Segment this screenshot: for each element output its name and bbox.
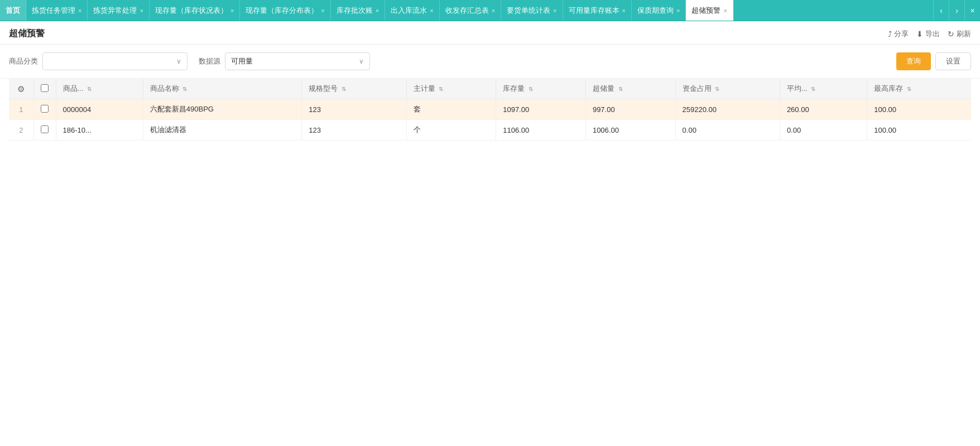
query-button[interactable]: 查询 bbox=[896, 52, 931, 70]
nav-close-icon[interactable]: × bbox=[723, 7, 727, 14]
unit-cell: 个 bbox=[406, 120, 496, 140]
nav-label: 出入库流水 bbox=[391, 6, 427, 16]
sort-icon: ⇅ bbox=[811, 86, 815, 92]
col-avg-header[interactable]: 平均... ⇅ bbox=[780, 79, 867, 99]
nav-left-arrow[interactable]: ‹ bbox=[933, 0, 949, 21]
nav-right-arrow[interactable]: › bbox=[949, 0, 964, 21]
avg-cell: 0.00 bbox=[780, 120, 867, 140]
col-capital-header[interactable]: 资金占用 ⇅ bbox=[675, 79, 780, 99]
nav-close-icon[interactable]: × bbox=[230, 7, 234, 14]
header-actions: ⤴ 分享 ⬇ 导出 ↻ 刷新 bbox=[888, 29, 971, 39]
nav-item-overstock[interactable]: 超储预警 × bbox=[686, 0, 733, 21]
product-name-cell: 六配套新昌490BPG bbox=[143, 99, 301, 120]
sort-icon: ⇅ bbox=[342, 86, 346, 92]
nav-item-collect[interactable]: 收发存汇总表 × bbox=[440, 0, 501, 21]
export-label: 导出 bbox=[925, 29, 940, 39]
col-header-label: 商品名称 bbox=[150, 84, 179, 93]
nav-item-abnormal[interactable]: 拣货异常处理 × bbox=[88, 0, 149, 21]
chevron-down-icon: ∨ bbox=[359, 57, 364, 65]
nav-close-icon[interactable]: × bbox=[622, 7, 626, 14]
nav-item-stock-status[interactable]: 现存量（库存状况表） × bbox=[150, 0, 240, 21]
col-unit-header[interactable]: 主计量 ⇅ bbox=[406, 79, 496, 99]
nav-label: 保质期查询 bbox=[637, 6, 674, 16]
sort-icon: ⇅ bbox=[439, 86, 443, 92]
export-button[interactable]: ⬇ 导出 bbox=[916, 29, 940, 39]
spec-cell: 123 bbox=[302, 99, 406, 120]
col-header-label: 商品... bbox=[63, 84, 84, 93]
filter-actions: 查询 设置 bbox=[896, 52, 971, 70]
overstock-cell: 1006.00 bbox=[585, 120, 675, 140]
nav-item-home[interactable]: 首页 bbox=[0, 0, 26, 21]
col-header-label: 主计量 bbox=[414, 84, 435, 93]
sort-icon: ⇅ bbox=[182, 86, 187, 92]
datasource-filter-group: 数据源 可用量 ∨ bbox=[199, 52, 370, 70]
nav-close-icon[interactable]: × bbox=[676, 7, 680, 14]
nav-home-label: 首页 bbox=[6, 6, 20, 16]
refresh-button[interactable]: ↻ 刷新 bbox=[948, 29, 971, 39]
page-content: 超储预警 ⤴ 分享 ⬇ 导出 ↻ 刷新 商品分类 ∨ 数据源 bbox=[0, 21, 980, 446]
nav-label: 现存量（库存分布表） bbox=[246, 6, 318, 16]
sort-icon: ⇅ bbox=[715, 86, 719, 92]
col-max-stock-header[interactable]: 最高库存 ⇅ bbox=[867, 79, 971, 99]
col-product-name-header[interactable]: 商品名称 ⇅ bbox=[143, 79, 301, 99]
refresh-label: 刷新 bbox=[957, 29, 971, 39]
page-title: 超储预警 bbox=[9, 28, 45, 40]
max-stock-cell: 100.00 bbox=[867, 120, 971, 140]
product-name-cell: 机油滤清器 bbox=[143, 120, 301, 140]
col-header-label: 平均... bbox=[787, 84, 808, 93]
product-code-cell: 186-10... bbox=[56, 120, 143, 140]
row-number: 2 bbox=[9, 120, 33, 140]
nav-close-icon[interactable]: × bbox=[376, 7, 379, 14]
nav-item-available[interactable]: 可用量库存账本 × bbox=[563, 0, 632, 21]
col-checkbox-header bbox=[33, 79, 56, 99]
filter-area: 商品分类 ∨ 数据源 可用量 ∨ 查询 设置 bbox=[0, 45, 980, 79]
row-checkbox-cell bbox=[33, 99, 56, 120]
product-code-cell: 0000004 bbox=[56, 99, 143, 120]
nav-item-inout[interactable]: 出入库流水 × bbox=[385, 0, 439, 21]
nav-label: 收发存汇总表 bbox=[445, 6, 489, 16]
settings-button[interactable]: 设置 bbox=[935, 52, 971, 70]
col-spec-header[interactable]: 规格型号 ⇅ bbox=[302, 79, 406, 99]
top-navigation: 首页 拣货任务管理 × 拣货异常处理 × 现存量（库存状况表） × 现存量（库存… bbox=[0, 0, 980, 21]
overstock-cell: 997.00 bbox=[585, 99, 675, 120]
col-overstock-header[interactable]: 超储量 ⇅ bbox=[585, 79, 675, 99]
stock-cell: 1106.00 bbox=[496, 120, 586, 140]
sort-icon: ⇅ bbox=[618, 86, 623, 92]
row-checkbox[interactable] bbox=[41, 125, 49, 133]
nav-item-order-stat[interactable]: 要货单统计表 × bbox=[501, 0, 563, 21]
datasource-select[interactable]: 可用量 ∨ bbox=[225, 52, 370, 70]
gear-icon[interactable]: ⚙ bbox=[17, 84, 26, 93]
capital-cell: 259220.00 bbox=[675, 99, 780, 120]
category-label: 商品分类 bbox=[9, 56, 38, 66]
category-select[interactable]: ∨ bbox=[42, 52, 188, 70]
col-stock-header[interactable]: 库存量 ⇅ bbox=[496, 79, 586, 99]
nav-item-task-mgmt[interactable]: 拣货任务管理 × bbox=[26, 0, 88, 21]
refresh-icon: ↻ bbox=[948, 30, 954, 38]
col-header-label: 资金占用 bbox=[683, 84, 712, 93]
unit-cell: 套 bbox=[406, 99, 496, 120]
nav-close-icon[interactable]: × bbox=[321, 7, 324, 14]
datasource-label: 数据源 bbox=[199, 56, 220, 66]
select-all-checkbox[interactable] bbox=[41, 84, 49, 92]
sort-icon: ⇅ bbox=[907, 86, 911, 92]
nav-close-icon[interactable]: × bbox=[78, 7, 81, 14]
nav-close-icon[interactable]: × bbox=[492, 7, 495, 14]
nav-more-arrow[interactable]: × bbox=[964, 0, 980, 21]
nav-close-icon[interactable]: × bbox=[140, 7, 143, 14]
row-checkbox[interactable] bbox=[41, 105, 49, 113]
col-product-code-header[interactable]: 商品... ⇅ bbox=[56, 79, 143, 99]
table-row: 1 0000004 六配套新昌490BPG 123 套 1097.00 997.… bbox=[9, 99, 971, 120]
share-button[interactable]: ⤴ 分享 bbox=[888, 29, 909, 39]
nav-item-quality[interactable]: 保质期查询 × bbox=[632, 0, 686, 21]
nav-item-batch[interactable]: 库存批次账 × bbox=[331, 0, 385, 21]
col-header-label: 规格型号 bbox=[309, 84, 338, 93]
share-icon: ⤴ bbox=[888, 30, 892, 38]
chevron-down-icon: ∨ bbox=[176, 57, 181, 65]
table-container: ⚙ 商品... ⇅ 商品名称 ⇅ 规格型号 ⇅ bbox=[0, 79, 980, 140]
nav-label: 要货单统计表 bbox=[507, 6, 550, 16]
nav-item-stock-dist[interactable]: 现存量（库存分布表） × bbox=[240, 0, 330, 21]
nav-close-icon[interactable]: × bbox=[553, 7, 556, 14]
share-label: 分享 bbox=[894, 29, 909, 39]
sort-icon: ⇅ bbox=[87, 86, 92, 92]
nav-close-icon[interactable]: × bbox=[430, 7, 433, 14]
